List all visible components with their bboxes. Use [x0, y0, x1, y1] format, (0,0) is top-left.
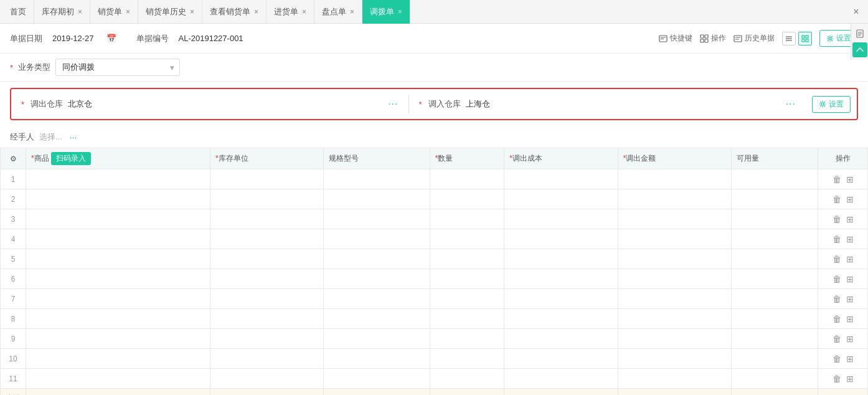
row-amount-6[interactable]	[618, 269, 731, 289]
row-qty-9[interactable]	[430, 329, 504, 349]
row-product-10[interactable]	[26, 349, 210, 369]
copy-row-10-button[interactable]: ⊞	[846, 354, 854, 364]
row-product-6[interactable]	[26, 269, 210, 289]
row-product-8[interactable]	[26, 309, 210, 329]
row-unit-10[interactable]	[210, 349, 323, 369]
tab-close-inventory-init[interactable]: ×	[78, 7, 82, 16]
row-unit-6[interactable]	[210, 269, 323, 289]
row-cost-11[interactable]	[504, 369, 618, 389]
row-amount-9[interactable]	[618, 329, 731, 349]
delete-row-4-button[interactable]: 🗑	[833, 234, 841, 244]
row-product-2[interactable]	[26, 189, 210, 209]
row-cost-5[interactable]	[504, 249, 618, 269]
row-amount-1[interactable]	[618, 169, 731, 189]
delete-row-8-button[interactable]: 🗑	[833, 314, 841, 324]
history-button[interactable]: 历史单据	[734, 33, 775, 44]
tab-close-purchase[interactable]: ×	[302, 7, 306, 16]
row-product-9[interactable]	[26, 329, 210, 349]
row-qty-7[interactable]	[430, 289, 504, 309]
row-amount-5[interactable]	[618, 249, 731, 269]
out-warehouse-more-button[interactable]: ···	[388, 98, 398, 110]
person-more-button[interactable]: ···	[70, 132, 77, 142]
sidebar-doc-icon[interactable]	[852, 26, 867, 41]
row-amount-11[interactable]	[618, 369, 731, 389]
copy-row-6-button[interactable]: ⊞	[846, 274, 854, 284]
sidebar-expand-icon[interactable]	[852, 42, 867, 57]
row-unit-2[interactable]	[210, 189, 323, 209]
row-spec-9[interactable]	[324, 329, 430, 349]
row-spec-5[interactable]	[324, 249, 430, 269]
row-product-7[interactable]	[26, 289, 210, 309]
close-window-button[interactable]: ×	[844, 0, 868, 24]
scan-button[interactable]: 扫码录入	[51, 152, 91, 165]
tab-transfer[interactable]: 调拨单 ×	[362, 0, 410, 24]
row-qty-6[interactable]	[430, 269, 504, 289]
row-spec-7[interactable]	[324, 289, 430, 309]
row-product-11[interactable]	[26, 369, 210, 389]
row-product-1[interactable]	[26, 169, 210, 189]
calendar-icon[interactable]: 📅	[106, 34, 116, 43]
row-spec-2[interactable]	[324, 189, 430, 209]
row-unit-3[interactable]	[210, 209, 323, 229]
row-qty-2[interactable]	[430, 189, 504, 209]
row-cost-6[interactable]	[504, 269, 618, 289]
layout-grid-button[interactable]	[798, 32, 812, 45]
layout-list-button[interactable]	[782, 32, 796, 45]
delete-row-5-button[interactable]: 🗑	[833, 254, 841, 264]
copy-row-3-button[interactable]: ⊞	[846, 214, 854, 224]
row-amount-3[interactable]	[618, 209, 731, 229]
row-cost-1[interactable]	[504, 169, 618, 189]
row-amount-4[interactable]	[618, 229, 731, 249]
tab-inventory-init[interactable]: 库存期初 ×	[34, 0, 90, 24]
row-product-5[interactable]	[26, 249, 210, 269]
row-cost-3[interactable]	[504, 209, 618, 229]
delete-row-2-button[interactable]: 🗑	[833, 194, 841, 204]
row-qty-5[interactable]	[430, 249, 504, 269]
warehouse-setting-btn[interactable]: 设置	[806, 96, 857, 113]
tab-purchase[interactable]: 进货单 ×	[267, 0, 314, 24]
row-unit-5[interactable]	[210, 249, 323, 269]
copy-row-5-button[interactable]: ⊞	[846, 254, 854, 264]
row-qty-10[interactable]	[430, 349, 504, 369]
row-qty-3[interactable]	[430, 209, 504, 229]
copy-row-8-button[interactable]: ⊞	[846, 314, 854, 324]
tab-close-sales-history[interactable]: ×	[190, 7, 194, 16]
tab-close-view-sales[interactable]: ×	[254, 7, 258, 16]
copy-row-7-button[interactable]: ⊞	[846, 294, 854, 304]
tab-close-stocktake[interactable]: ×	[350, 7, 354, 16]
row-amount-7[interactable]	[618, 289, 731, 309]
in-warehouse-more-button[interactable]: ···	[786, 98, 796, 110]
business-type-select[interactable]: 同价调拨 ▾	[55, 59, 180, 76]
row-spec-10[interactable]	[324, 349, 430, 369]
row-spec-1[interactable]	[324, 169, 430, 189]
row-spec-6[interactable]	[324, 269, 430, 289]
row-unit-11[interactable]	[210, 369, 323, 389]
row-spec-11[interactable]	[324, 369, 430, 389]
tab-home[interactable]: 首页	[2, 0, 34, 24]
copy-row-2-button[interactable]: ⊞	[846, 194, 854, 204]
copy-row-4-button[interactable]: ⊞	[846, 234, 854, 244]
row-cost-7[interactable]	[504, 289, 618, 309]
delete-row-10-button[interactable]: 🗑	[833, 354, 841, 364]
delete-row-9-button[interactable]: 🗑	[833, 334, 841, 344]
row-cost-4[interactable]	[504, 229, 618, 249]
row-spec-8[interactable]	[324, 309, 430, 329]
copy-row-1-button[interactable]: ⊞	[846, 174, 854, 184]
tab-close-sales-order[interactable]: ×	[126, 7, 130, 16]
tab-close-transfer[interactable]: ×	[398, 7, 402, 16]
row-product-3[interactable]	[26, 209, 210, 229]
delete-row-1-button[interactable]: 🗑	[833, 174, 841, 184]
row-cost-9[interactable]	[504, 329, 618, 349]
row-spec-4[interactable]	[324, 229, 430, 249]
row-qty-4[interactable]	[430, 229, 504, 249]
shortcut-button[interactable]: 快捷键	[659, 33, 692, 44]
copy-row-11-button[interactable]: ⊞	[846, 374, 854, 384]
row-unit-4[interactable]	[210, 229, 323, 249]
tab-sales-order[interactable]: 销货单 ×	[90, 0, 138, 24]
row-unit-7[interactable]	[210, 289, 323, 309]
row-product-4[interactable]	[26, 229, 210, 249]
row-qty-8[interactable]	[430, 309, 504, 329]
row-cost-10[interactable]	[504, 349, 618, 369]
delete-row-6-button[interactable]: 🗑	[833, 274, 841, 284]
row-unit-1[interactable]	[210, 169, 323, 189]
